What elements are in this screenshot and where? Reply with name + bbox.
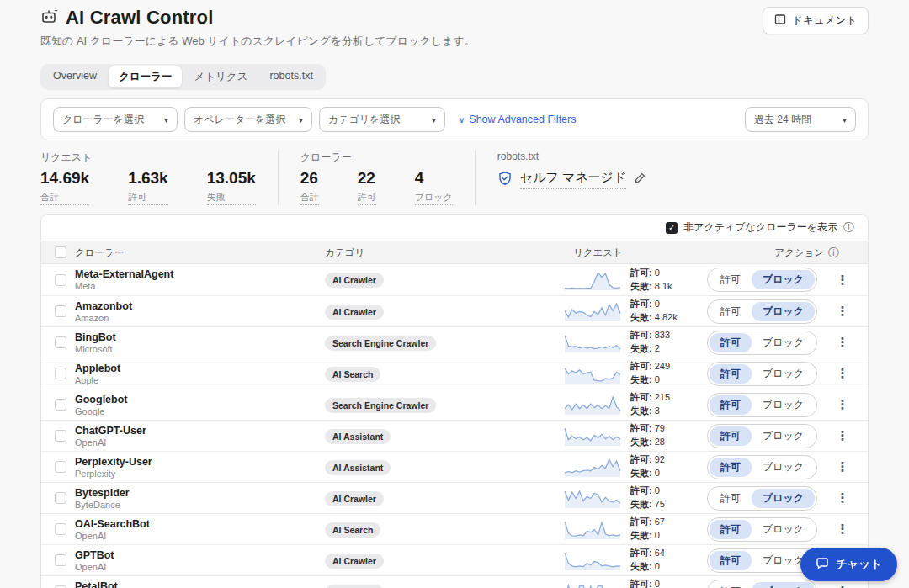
time-range-value: 過去 24 時間 (754, 113, 811, 127)
allow-button[interactable]: 許可 (710, 582, 752, 588)
allowed-count-value: 215 (655, 392, 670, 402)
block-button[interactable]: ブロック (752, 364, 815, 384)
failed-count-label: 失敗: (630, 281, 652, 291)
chat-button-label: チャット (836, 557, 882, 572)
allowed-count-label: 許可: (630, 423, 652, 433)
block-button[interactable]: ブロック (752, 582, 815, 588)
row-menu-kebab-icon[interactable]: ⋮ (817, 273, 868, 288)
action-toggle-group: 許可 ブロック (707, 362, 817, 386)
crawlers-blocked-label[interactable]: ブロック (415, 191, 453, 205)
tab-robots-txt[interactable]: robots.txt (258, 66, 323, 88)
failed-count-label: 失敗: (630, 561, 652, 571)
action-toggle-group: 許可 ブロック (707, 517, 817, 542)
column-header-category: カテゴリ (325, 246, 563, 259)
row-checkbox[interactable] (55, 461, 66, 473)
allow-button[interactable]: 許可 (710, 333, 752, 352)
allowed-count-value: 92 (655, 454, 665, 464)
block-button[interactable]: ブロック (752, 426, 815, 446)
row-checkbox[interactable] (55, 399, 66, 411)
tab-overview[interactable]: Overview (42, 66, 108, 88)
docs-button[interactable]: ドキュメント (763, 7, 869, 34)
row-menu-kebab-icon[interactable]: ⋮ (817, 584, 868, 588)
advanced-filters-link[interactable]: ∨ Show Advanced Filters (459, 114, 576, 125)
tab-metrics[interactable]: メトリクス (183, 66, 258, 88)
row-checkbox[interactable] (55, 336, 66, 348)
row-checkbox[interactable] (55, 492, 66, 504)
chevron-down-icon: ▾ (432, 115, 436, 124)
row-menu-kebab-icon[interactable]: ⋮ (817, 366, 868, 381)
crawlers-stat-group: クローラー 26 合計 22 許可 4 ブロック (300, 151, 453, 205)
row-checkbox[interactable] (55, 305, 66, 317)
row-menu-kebab-icon[interactable]: ⋮ (817, 459, 868, 474)
row-checkbox[interactable] (55, 523, 66, 535)
table-row: Perplexity-User Perplexity AI Assistant … (41, 451, 868, 482)
operator-select[interactable]: オペレーターを選択 ▾ (184, 107, 312, 132)
failed-count-value: 4.82k (655, 312, 678, 322)
edit-pencil-icon[interactable] (634, 172, 646, 188)
row-menu-kebab-icon[interactable]: ⋮ (817, 522, 868, 537)
allowed-count-label: 許可: (630, 548, 652, 558)
row-checkbox[interactable] (55, 430, 66, 442)
crawlers-total-label[interactable]: 合計 (300, 191, 319, 205)
allowed-count-value: 0 (655, 485, 660, 495)
chat-button[interactable]: チャット (800, 548, 897, 581)
block-button[interactable]: ブロック (752, 458, 815, 477)
allow-button[interactable]: 許可 (710, 489, 752, 508)
allow-button[interactable]: 許可 (710, 520, 752, 539)
crawler-operator: ByteDance (75, 500, 325, 510)
crawler-operator: OpenAI (75, 562, 325, 572)
failed-count-label: 失敗: (630, 499, 652, 509)
failed-count-label: 失敗: (630, 405, 652, 416)
row-checkbox[interactable] (55, 368, 66, 379)
row-checkbox[interactable] (55, 274, 66, 286)
info-icon[interactable]: ⓘ (828, 247, 839, 258)
requests-sparkline (563, 548, 622, 572)
crawlers-total-value: 26 (300, 169, 319, 188)
select-all-checkbox[interactable] (55, 246, 66, 258)
requests-failed-label[interactable]: 失敗 (207, 191, 256, 205)
block-button[interactable]: ブロック (752, 333, 815, 352)
failed-count-value: 0 (655, 374, 660, 384)
row-menu-kebab-icon[interactable]: ⋮ (817, 304, 868, 319)
failed-count-label: 失敗: (630, 437, 652, 447)
crawler-select[interactable]: クローラーを選択 ▾ (53, 107, 178, 132)
allowed-count-label: 許可: (630, 361, 652, 371)
block-button[interactable]: ブロック (752, 520, 815, 539)
crawler-name: GPTBot (75, 549, 325, 561)
show-inactive-checkbox[interactable]: ✓ (666, 222, 678, 234)
table-topbar: ✓ 非アクティブなクローラーを表示 ⓘ (41, 215, 868, 241)
block-button[interactable]: ブロック (752, 270, 815, 289)
row-checkbox[interactable] (55, 554, 66, 566)
allow-button[interactable]: 許可 (710, 364, 752, 384)
crawlers-allowed-label[interactable]: 許可 (358, 191, 376, 205)
time-range-select[interactable]: 過去 24 時間 ▾ (745, 107, 856, 132)
block-button[interactable]: ブロック (752, 489, 815, 508)
row-menu-kebab-icon[interactable]: ⋮ (817, 397, 868, 412)
allow-button[interactable]: 許可 (710, 551, 752, 570)
requests-total-label[interactable]: 合計 (40, 191, 89, 205)
info-icon[interactable]: ⓘ (843, 222, 854, 233)
crawler-name: PetalBot (75, 580, 325, 588)
allow-button[interactable]: 許可 (710, 302, 752, 321)
column-header-requests: リクエスト (563, 246, 718, 259)
failed-count-value: 0 (655, 468, 660, 478)
requests-allowed-label[interactable]: 許可 (128, 191, 168, 205)
allowed-count-label: 許可: (630, 299, 652, 309)
tab-crawlers[interactable]: クローラー (108, 66, 183, 88)
operator-select-placeholder: オペレーターを選択 (194, 113, 285, 127)
allow-button[interactable]: 許可 (710, 395, 752, 415)
table-row: ChatGPT-User OpenAI AI Assistant 許可: 79 … (41, 420, 868, 451)
block-button[interactable]: ブロック (752, 302, 815, 321)
table-header-row: クローラー カテゴリ リクエスト アクション ⓘ (41, 241, 868, 264)
row-menu-kebab-icon[interactable]: ⋮ (817, 428, 868, 443)
divider (475, 151, 476, 205)
allow-button[interactable]: 許可 (710, 458, 752, 477)
docs-button-label: ドキュメント (792, 13, 857, 28)
row-menu-kebab-icon[interactable]: ⋮ (817, 490, 868, 506)
block-button[interactable]: ブロック (752, 395, 815, 415)
category-select[interactable]: カテゴリを選択 ▾ (319, 107, 445, 132)
allow-button[interactable]: 許可 (710, 426, 752, 446)
allow-button[interactable]: 許可 (710, 270, 752, 289)
row-menu-kebab-icon[interactable]: ⋮ (817, 335, 868, 350)
robots-txt-mode-value[interactable]: セルフ マネージド (520, 170, 627, 189)
